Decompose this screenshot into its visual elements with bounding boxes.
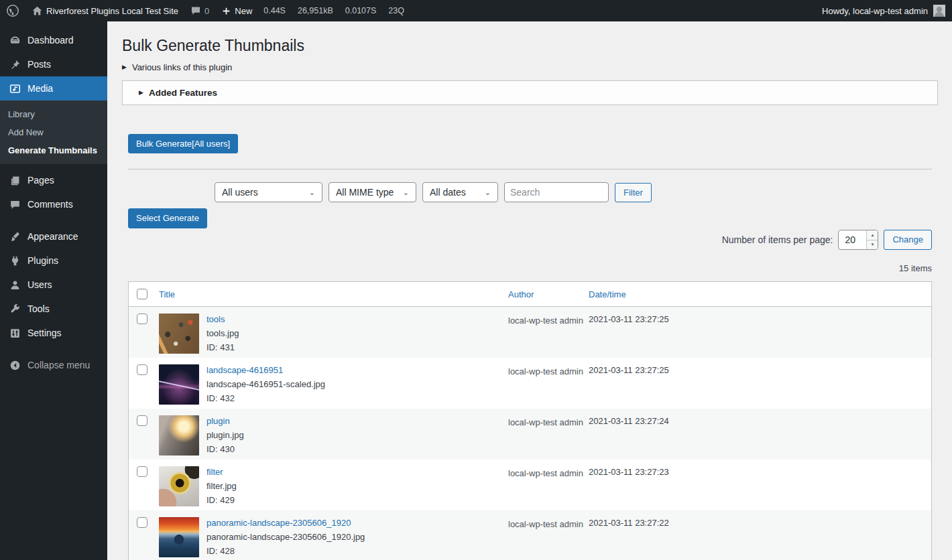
table-row: landscape-4616951 landscape-4616951-scal…: [129, 358, 931, 409]
row-checkbox[interactable]: [137, 364, 147, 375]
mime-filter-select[interactable]: All MIME type ⌄: [329, 182, 416, 202]
chevron-right-icon: ▶: [139, 89, 143, 96]
media-thumbnail[interactable]: [159, 364, 199, 405]
sidebar-item-pages[interactable]: Pages: [0, 168, 107, 192]
added-features-toggle[interactable]: ▶ Added Features: [122, 80, 938, 105]
media-id: ID: 430: [206, 444, 244, 454]
sidebar-item-plugins[interactable]: Plugins: [0, 249, 107, 273]
comments-shortcut[interactable]: 0: [184, 0, 215, 21]
user-icon: [8, 278, 21, 291]
media-title-link[interactable]: panoramic-landscape-2305606_1920: [206, 518, 365, 528]
sidebar-label: Plugins: [27, 255, 58, 266]
search-input[interactable]: [504, 182, 609, 202]
select-generate-button[interactable]: Select Generate: [128, 208, 207, 228]
stepper-up-icon[interactable]: ▲: [867, 230, 878, 240]
sidebar-item-posts[interactable]: Posts: [0, 52, 107, 76]
sidebar-label: Posts: [27, 59, 51, 70]
media-thumbnail[interactable]: [159, 313, 199, 354]
media-thumbnail[interactable]: [159, 517, 199, 557]
table-row: filter filter.jpg ID: 429 local-wp-test …: [129, 460, 931, 510]
comment-bubble-icon: [190, 5, 201, 16]
main-content: Bulk Generate Thumbnails ▶ Various links…: [107, 0, 952, 560]
media-thumbnail[interactable]: [159, 415, 199, 456]
table-body: tools tools.jpg ID: 431 local-wp-test ad…: [129, 307, 931, 560]
plus-icon: [221, 6, 231, 16]
sidebar-item-library[interactable]: Library: [0, 105, 107, 123]
sidebar-item-tools[interactable]: Tools: [0, 297, 107, 321]
media-author: local-wp-test admin: [508, 364, 589, 409]
sidebar-item-comments[interactable]: Comments: [0, 192, 107, 216]
stat-queries: 23Q: [388, 6, 404, 15]
sidebar-label: Pages: [27, 175, 54, 186]
wrench-icon: [8, 302, 21, 316]
sidebar-item-dashboard[interactable]: Dashboard: [0, 28, 107, 52]
number-stepper[interactable]: ▲ ▼: [866, 230, 878, 249]
sidebar-item-generate-thumbnails[interactable]: Generate Thumbnails: [0, 141, 107, 159]
table-row: panoramic-landscape-2305606_1920 panoram…: [129, 510, 931, 560]
sidebar-item-users[interactable]: Users: [0, 273, 107, 297]
chevron-down-icon: ⌄: [309, 188, 315, 197]
users-filter-select[interactable]: All users ⌄: [215, 182, 322, 202]
bulk-generate-button[interactable]: Bulk Generate[All users]: [128, 134, 238, 154]
row-checkbox[interactable]: [137, 466, 147, 477]
media-title-link[interactable]: filter: [206, 467, 237, 477]
various-links-label: Various links of this plugin: [132, 62, 232, 72]
row-checkbox[interactable]: [137, 313, 147, 324]
media-submenu: Library Add New Generate Thumbnails: [0, 100, 107, 164]
media-thumbnail[interactable]: [159, 466, 199, 506]
page-title: Bulk Generate Thumbnails: [122, 21, 938, 56]
sort-datetime-header[interactable]: Date/time: [589, 289, 931, 299]
items-per-page-input[interactable]: 20 ▲ ▼: [838, 230, 878, 250]
admin-sidebar: Dashboard Posts Media Library Add New Ge…: [0, 21, 107, 560]
wordpress-logo-icon[interactable]: [0, 0, 25, 21]
sidebar-item-media[interactable]: Media: [0, 76, 107, 100]
sidebar-label: Appearance: [27, 231, 78, 242]
added-features-label: Added Features: [149, 88, 217, 98]
howdy-account-link[interactable]: Howdy, local-wp-test admin: [822, 6, 928, 16]
table-row: plugin plugin.jpg ID: 430 local-wp-test …: [129, 409, 931, 460]
site-name: Riverforest Plugins Local Test Site: [46, 6, 178, 16]
table-header-row: Title Author Date/time: [129, 282, 931, 307]
items-count: 15 items: [128, 263, 932, 273]
new-content-button[interactable]: New: [215, 0, 258, 21]
row-checkbox[interactable]: [137, 415, 147, 426]
new-label: New: [235, 6, 252, 16]
sidebar-item-add-new[interactable]: Add New: [0, 123, 107, 141]
pages-icon: [8, 173, 21, 187]
sidebar-item-appearance[interactable]: Appearance: [0, 224, 107, 249]
media-title-link[interactable]: landscape-4616951: [206, 365, 325, 375]
various-links-toggle[interactable]: ▶ Various links of this plugin: [122, 62, 938, 72]
media-filename: plugin.jpg: [206, 430, 244, 440]
stepper-down-icon[interactable]: ▼: [867, 240, 878, 250]
site-link[interactable]: Riverforest Plugins Local Test Site: [25, 0, 184, 21]
collapse-menu-button[interactable]: Collapse menu: [0, 353, 107, 377]
change-button[interactable]: Change: [884, 230, 932, 250]
media-title-link[interactable]: plugin: [206, 416, 244, 426]
media-list-table: Title Author Date/time tools tools.jpg I…: [128, 281, 932, 560]
stat-memory: 26,951kB: [298, 6, 333, 15]
divider: [128, 169, 932, 169]
mime-filter-value: All MIME type: [336, 187, 394, 198]
media-title-link[interactable]: tools: [206, 314, 239, 324]
media-datetime: 2021-03-11 23:27:22: [589, 517, 931, 560]
sort-title-header[interactable]: Title: [159, 289, 508, 299]
dates-filter-value: All dates: [430, 187, 466, 198]
avatar[interactable]: [933, 5, 945, 17]
sidebar-label: Users: [27, 279, 52, 290]
dates-filter-select[interactable]: All dates ⌄: [422, 182, 498, 202]
media-author: local-wp-test admin: [508, 517, 589, 560]
media-filename: tools.jpg: [206, 328, 239, 338]
media-id: ID: 429: [206, 495, 237, 505]
sort-author-header[interactable]: Author: [508, 289, 589, 299]
brush-icon: [8, 230, 21, 243]
chevron-down-icon: ⌄: [485, 188, 491, 197]
row-checkbox[interactable]: [137, 517, 147, 528]
items-per-page-label: Number of items per page:: [722, 234, 833, 245]
chevron-right-icon: ▶: [122, 64, 127, 70]
sidebar-item-settings[interactable]: Settings: [0, 321, 107, 345]
media-datetime: 2021-03-11 23:27:24: [589, 415, 931, 460]
select-all-checkbox[interactable]: [137, 289, 147, 299]
sidebar-label: Comments: [27, 199, 73, 210]
collapse-arrow-icon: [8, 358, 21, 372]
filter-button[interactable]: Filter: [615, 183, 652, 203]
